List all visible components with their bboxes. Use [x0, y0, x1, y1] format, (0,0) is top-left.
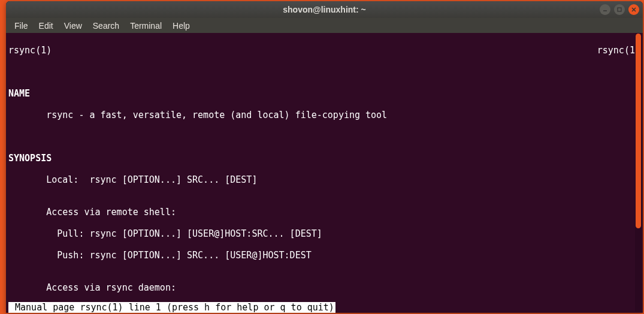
window-title: shovon@linuxhint: ~: [6, 5, 643, 14]
blank-line: [8, 67, 640, 77]
syn-line: Pull: rsync [OPTION...] [USER@]HOST:SRC.…: [8, 228, 640, 239]
syn-line: Local: rsync [OPTION...] SRC... [DEST]: [8, 174, 640, 185]
syn-line: Push: rsync [OPTION...] SRC... [USER@]HO…: [8, 250, 640, 261]
menubar: File Edit View Search Terminal Help: [6, 18, 643, 33]
pager-status: Manual page rsync(1) line 1 (press h for…: [8, 302, 335, 313]
terminal-window: shovon@linuxhint: ~ File Edit View Searc…: [6, 1, 643, 313]
section-synopsis: SYNOPSIS: [8, 153, 640, 164]
menu-help[interactable]: Help: [168, 20, 195, 32]
menu-search[interactable]: Search: [88, 20, 124, 32]
scrollbar-thumb[interactable]: [636, 34, 641, 228]
close-button[interactable]: [628, 4, 639, 15]
titlebar[interactable]: shovon@linuxhint: ~: [6, 1, 643, 18]
name-line: rsync - a fast, versatile, remote (and l…: [8, 110, 640, 120]
syn-line: Access via rsync daemon:: [8, 282, 640, 293]
minimize-button[interactable]: [600, 4, 610, 15]
man-header-left: rsync(1): [8, 45, 52, 56]
terminal-content[interactable]: rsync(1)rsync(1) NAME rsync - a fast, ve…: [6, 33, 643, 313]
menu-file[interactable]: File: [10, 20, 33, 32]
blank-line: [8, 131, 640, 142]
man-header-right: rsync(1): [597, 45, 640, 56]
syn-line: Access via remote shell:: [8, 207, 640, 218]
svg-rect-1: [618, 8, 621, 11]
maximize-button[interactable]: [614, 4, 625, 15]
menu-terminal[interactable]: Terminal: [125, 20, 167, 32]
menu-view[interactable]: View: [59, 20, 87, 32]
window-controls: [600, 4, 639, 15]
scrollbar[interactable]: [635, 34, 642, 312]
section-name: NAME: [8, 88, 640, 99]
menu-edit[interactable]: Edit: [34, 20, 58, 32]
